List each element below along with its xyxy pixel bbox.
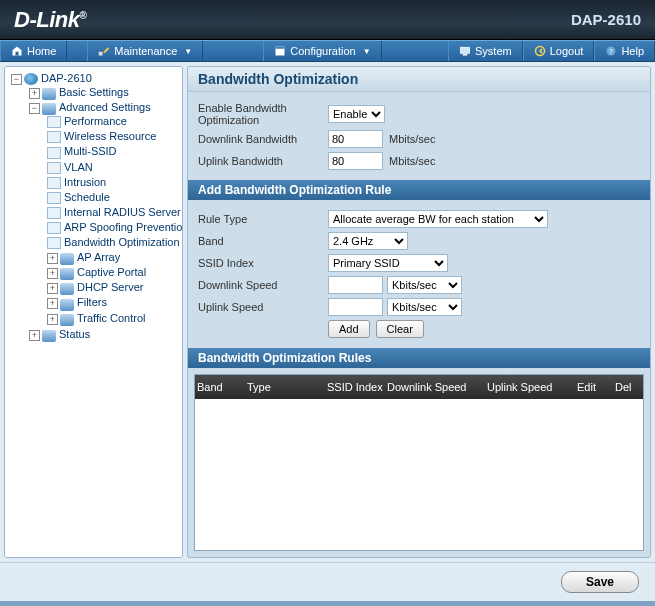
tree-basic[interactable]: +Basic Settings [25,85,180,100]
downlink-speed-input[interactable] [328,276,383,294]
tree-multi-ssid[interactable]: Multi-SSID [43,144,180,159]
menu-help[interactable]: ? Help [594,41,655,61]
expand-icon[interactable]: + [47,268,58,279]
tree-item-label: Bandwidth Optimization [64,236,180,248]
tree-schedule[interactable]: Schedule [43,190,180,205]
tree-dhcp-server[interactable]: +DHCP Server [43,280,180,295]
main-area: −DAP-2610 +Basic Settings −Advanced Sett… [0,62,655,562]
menu-configuration-label: Configuration [290,45,355,57]
tree-item-label: Internal RADIUS Server [64,206,181,218]
folder-icon [60,283,74,295]
tree-ap-array[interactable]: +AP Array [43,250,180,265]
tree-internal-radius[interactable]: Internal RADIUS Server [43,205,180,220]
bandwidth-panel: Bandwidth Optimization Enable Bandwidth … [187,66,651,558]
tree-intrusion[interactable]: Intrusion [43,175,180,190]
tree-item-label: VLAN [64,161,93,173]
svg-rect-4 [463,54,468,56]
clear-button[interactable]: Clear [376,320,424,338]
add-rule-header: Add Bandwidth Optimization Rule [188,180,650,200]
menu-configuration[interactable]: Configuration▼ [263,41,381,61]
header-bar: D-Link® DAP-2610 [0,0,655,40]
tree-item-label: ARP Spoofing Prevention [64,221,183,233]
rules-table: Band Type SSID Index Downlink Speed Upli… [194,374,644,551]
menu-system-label: System [475,45,512,57]
enable-label: Enable Bandwidth Optimization [198,102,328,126]
expand-icon[interactable]: + [29,330,40,341]
rules-table-body [195,399,643,550]
folder-icon [60,268,74,280]
tree-advanced[interactable]: −Advanced Settings Performance Wireless … [25,100,180,326]
uplink-speed-label: Uplink Speed [198,301,328,313]
menu-maintenance[interactable]: Maintenance▼ [87,41,203,61]
folder-icon [42,330,56,342]
uplink-speed-unit[interactable]: Kbits/sec [387,298,462,316]
top-menubar: Home Maintenance▼ Configuration▼ System … [0,40,655,62]
rule-type-label: Rule Type [198,213,328,225]
footer-bar: Save [0,562,655,601]
tree-status[interactable]: +Status [25,327,180,342]
menu-system[interactable]: System [448,41,523,61]
folder-icon [42,103,56,115]
collapse-icon[interactable]: − [11,74,22,85]
tree-advanced-label: Advanced Settings [59,101,151,113]
expand-icon[interactable]: + [47,314,58,325]
page-icon [47,147,61,159]
band-label: Band [198,235,328,247]
downlink-bw-input[interactable] [328,130,383,148]
tree-item-label: Captive Portal [77,266,146,278]
add-button[interactable]: Add [328,320,370,338]
uplink-speed-input[interactable] [328,298,383,316]
tree-traffic-control[interactable]: +Traffic Control [43,311,180,326]
tree-captive-portal[interactable]: +Captive Portal [43,265,180,280]
collapse-icon[interactable]: − [29,103,40,114]
ssid-select[interactable]: Primary SSID [328,254,448,272]
rules-header: Bandwidth Optimization Rules [188,348,650,368]
expand-icon[interactable]: + [47,283,58,294]
tree-item-label: Intrusion [64,176,106,188]
enable-select[interactable]: Enable [328,105,385,123]
world-icon [24,73,38,85]
tree-wireless-resource[interactable]: Wireless Resource [43,129,180,144]
expand-icon[interactable]: + [47,298,58,309]
page-icon [47,131,61,143]
ssid-label: SSID Index [198,257,328,269]
page-icon [47,207,61,219]
menu-home[interactable]: Home [0,41,67,61]
page-icon [47,177,61,189]
page-icon [47,116,61,128]
tree-filters[interactable]: +Filters [43,295,180,310]
col-edit: Edit [575,375,613,399]
mbits-unit: Mbits/sec [389,155,435,167]
save-button[interactable]: Save [561,571,639,593]
folder-icon [42,88,56,100]
col-uplink: Uplink Speed [485,375,575,399]
folder-icon [60,299,74,311]
expand-icon[interactable]: + [29,88,40,99]
tree-root[interactable]: −DAP-2610 +Basic Settings −Advanced Sett… [7,71,180,343]
downlink-speed-unit[interactable]: Kbits/sec [387,276,462,294]
content-area: Bandwidth Optimization Enable Bandwidth … [183,62,655,562]
page-icon [47,192,61,204]
mbits-unit: Mbits/sec [389,133,435,145]
band-select[interactable]: 2.4 GHz [328,232,408,250]
uplink-bw-input[interactable] [328,152,383,170]
downlink-speed-label: Downlink Speed [198,279,328,291]
col-ssid: SSID Index [325,375,385,399]
uplink-bw-label: Uplink Bandwidth [198,155,328,167]
rules-table-head: Band Type SSID Index Downlink Speed Upli… [195,375,643,399]
tree-arp-spoof[interactable]: ARP Spoofing Prevention [43,220,180,235]
tree-item-label: DHCP Server [77,281,143,293]
tree-performance[interactable]: Performance [43,114,180,129]
tree-status-label: Status [59,328,90,340]
page-icon [47,162,61,174]
rule-type-select[interactable]: Allocate average BW for each station [328,210,548,228]
sidebar: −DAP-2610 +Basic Settings −Advanced Sett… [4,66,183,558]
brand-logo: D-Link® [14,7,86,33]
folder-icon [60,314,74,326]
tree-vlan[interactable]: VLAN [43,160,180,175]
tree-bandwidth-opt[interactable]: Bandwidth Optimization [43,235,180,250]
page-icon [47,237,61,249]
tree-item-label: AP Array [77,251,120,263]
menu-logout[interactable]: Logout [523,41,595,61]
expand-icon[interactable]: + [47,253,58,264]
